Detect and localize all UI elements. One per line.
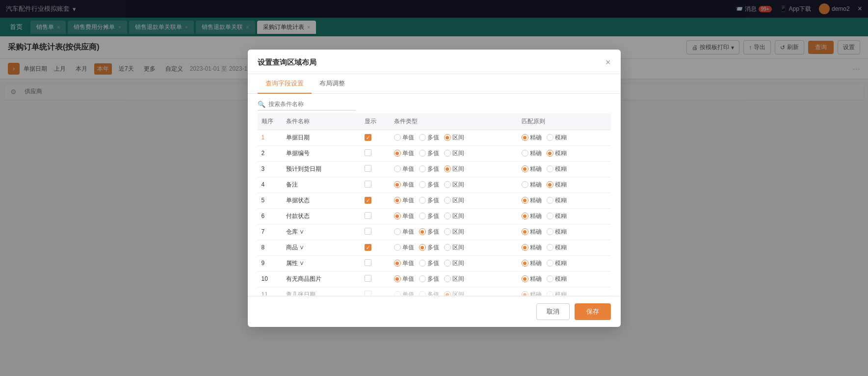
search-input-wrap: 🔍	[258, 99, 356, 105]
search-row: 🔍	[248, 94, 621, 105]
modal-overlay: 设置查询区域布局 × 查询字段设置 布局调整 🔍 顺序 条件名称 显示 条件类型…	[0, 0, 868, 105]
dialog-tab-layout[interactable]: 布局调整	[312, 74, 353, 94]
dialog-header: 设置查询区域布局 ×	[248, 50, 621, 74]
dialog-title: 设置查询区域布局	[258, 58, 316, 67]
settings-dialog: 设置查询区域布局 × 查询字段设置 布局调整 🔍 顺序 条件名称 显示 条件类型…	[248, 50, 621, 105]
search-icon: 🔍	[258, 101, 265, 105]
dialog-close-btn[interactable]: ×	[605, 57, 611, 68]
search-input[interactable]	[268, 101, 347, 105]
dialog-tab-query-fields[interactable]: 查询字段设置	[258, 74, 312, 94]
dialog-tabs: 查询字段设置 布局调整	[248, 74, 621, 94]
